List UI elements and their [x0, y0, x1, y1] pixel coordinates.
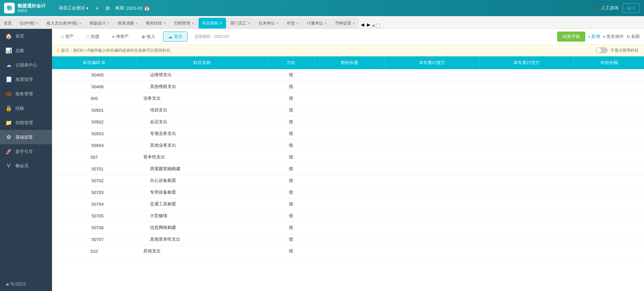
calculate-balance-button[interactable]: 试算平衡	[557, 32, 585, 42]
sidebar-item-invoice[interactable]: 🧾 发票管理	[0, 72, 52, 87]
tab-close-icon[interactable]: ✕	[36, 21, 39, 25]
table-row[interactable]: 50704交通工具购置借	[52, 198, 644, 210]
cell-ytd-credit	[479, 198, 574, 210]
ledger-icon: 📊	[5, 47, 12, 54]
table-row[interactable]: 50701房屋建筑物购建借	[52, 163, 644, 175]
table-row[interactable]: 50504其他业务支出借	[52, 140, 644, 151]
sidebar-label-settings: 基础设置	[15, 134, 33, 140]
cell-ytd-credit	[479, 93, 574, 104]
company-selector[interactable]: 基层工会测试 ▾	[59, 5, 89, 11]
sidebar-item-archive[interactable]: 📁 归档管理	[0, 115, 52, 130]
sidebar-item-guide[interactable]: 🚀 新手引导	[0, 144, 52, 159]
add-button[interactable]: + 新增	[588, 34, 600, 40]
table-row[interactable]: 50705大型修缮借	[52, 210, 644, 222]
tab-measure-unit[interactable]: 计量单位 ✕	[303, 18, 331, 29]
info-icon: ℹ	[57, 48, 59, 53]
cell-ytd-debit	[385, 210, 480, 222]
cell-ytd-credit	[479, 128, 574, 140]
sidebar-item-home[interactable]: 🏠 首页	[0, 29, 52, 43]
disable-subject-toggle[interactable]	[596, 47, 608, 53]
tab-prev-button[interactable]: ◀	[360, 21, 366, 29]
calendar-icon[interactable]: 📅	[144, 6, 150, 11]
cell-year-initial	[574, 93, 644, 104]
settings-button[interactable]: ⚙	[105, 5, 110, 11]
sub-tab-asset[interactable]: □ 资产	[56, 32, 79, 42]
refresh-button[interactable]: ↻ 刷新	[627, 34, 640, 40]
toggle-label: 不显示禁用科目	[610, 48, 639, 53]
tab-close-all-button[interactable]: ✕	[372, 23, 376, 29]
sidebar-item-cloud-report[interactable]: ☁ 云报表中心	[0, 58, 52, 72]
sub-tab-net-asset[interactable]: ≡ 净资产	[107, 32, 134, 42]
cell-ytd-debit	[385, 175, 480, 187]
tab-close-icon[interactable]: ✕	[220, 21, 222, 25]
table-row[interactable]: 50405运维维支出借	[52, 69, 644, 81]
cell-initial-balance	[314, 210, 385, 222]
table-row[interactable]: 50502会议支出借	[52, 116, 644, 128]
tab-interim[interactable]: 仅(中期) ✕	[16, 18, 42, 29]
table-row[interactable]: 50501培训支出借	[52, 104, 644, 116]
cell-year-initial	[574, 151, 644, 163]
table-container[interactable]: 科目编码 ⚙ 科目名称 方向 期初余额 本年累计借方 本年累计贷方 年初余额 5…	[52, 56, 644, 291]
cell-initial-balance	[314, 187, 385, 198]
tab-close-icon[interactable]: ✕	[276, 21, 279, 25]
sidebar-item-ledger[interactable]: 📊 总账	[0, 43, 52, 58]
sidebar-item-membership[interactable]: V 畅会员	[0, 159, 52, 173]
table-row[interactable]: 50503专项业务支出借	[52, 128, 644, 140]
tab-close-icon[interactable]: ✕	[163, 21, 166, 25]
tab-department[interactable]: 部门员工 ✕	[227, 18, 254, 29]
tab-close-icon[interactable]: ✕	[296, 21, 299, 25]
info-bar: ℹ 提示：按Ctrl＋F键并输入科目编码或者科目名称可以查找科目。 不显示禁用科…	[52, 45, 644, 56]
tab-home[interactable]: 首页	[0, 18, 15, 29]
tab-close-icon[interactable]: ✕	[248, 21, 251, 25]
cell-direction: 借	[268, 151, 314, 163]
sidebar-collapse-button[interactable]: ◀ 取消固定	[0, 277, 52, 291]
cell-ytd-credit	[479, 245, 574, 257]
tab-next-button[interactable]: ▶	[366, 21, 372, 29]
table-row[interactable]: 50707其他资本性支出借	[52, 234, 644, 245]
sub-tab-expenditure[interactable]: ☁ 支出	[163, 32, 187, 42]
tab-period-end[interactable]: 期末结转 ✕	[142, 18, 170, 29]
table-row[interactable]: 505业务支出借	[52, 93, 644, 104]
table-row[interactable]: 510其他支出借	[52, 245, 644, 257]
tab-close-icon[interactable]: ✕	[79, 21, 82, 25]
sidebar-label-membership: 畅会员	[15, 163, 29, 169]
sidebar-item-tax[interactable]: 💼 税务管理	[0, 87, 52, 101]
tab-close-icon[interactable]: ✕	[324, 21, 327, 25]
cell-ytd-credit	[479, 175, 574, 187]
account-badge[interactable]: 会计	[623, 3, 640, 13]
col-settings-icon[interactable]: ⚙	[101, 60, 105, 65]
cell-initial-balance	[314, 222, 385, 234]
table-row[interactable]: 50703专用设备购置借	[52, 187, 644, 198]
table-row[interactable]: 507资本性支出借	[52, 151, 644, 163]
help-button[interactable]: 🎧 人工咨询	[594, 5, 619, 11]
tab-annual-report[interactable]: 收入支出表(年报) ✕	[43, 18, 85, 29]
add-company-button[interactable]: ＋	[94, 4, 100, 12]
period-info: 账期 2023-03 📅	[115, 5, 150, 11]
tab-close-icon[interactable]: ✕	[353, 21, 355, 25]
tab-counterpart[interactable]: 往来单位 ✕	[255, 18, 282, 29]
cell-direction: 借	[268, 116, 314, 128]
sub-tab-income[interactable]: ⊕ 收入	[137, 32, 160, 42]
cell-direction: 借	[268, 128, 314, 140]
more-operations-button[interactable]: ≡ 更多操作	[603, 34, 624, 40]
sidebar-item-closing[interactable]: 🔒 结账	[0, 101, 52, 115]
sub-tab-liability[interactable]: □ 负债	[82, 32, 104, 42]
sidebar-item-settings[interactable]: ⚙ 基础设置	[0, 130, 52, 144]
table-row[interactable]: 50702办公设备购置借	[52, 175, 644, 187]
cell-direction: 借	[268, 81, 314, 93]
tab-template[interactable]: 模版设计 ✕	[86, 18, 113, 29]
tab-close-icon[interactable]: ✕	[135, 21, 138, 25]
tab-close-icon[interactable]: ✕	[192, 21, 194, 25]
app-edition: 旗舰版	[17, 8, 46, 13]
tab-subject-initial[interactable]: 科目期初 ✕	[199, 18, 226, 29]
table-row[interactable]: 50406其他维权支出借	[52, 81, 644, 93]
tab-currency[interactable]: 币种设置 ✕	[331, 18, 359, 29]
table-row[interactable]: 50706信息网络购建借	[52, 222, 644, 234]
cell-initial-balance	[314, 116, 385, 128]
tab-archive-mgmt[interactable]: 归档管理 ✕	[170, 18, 198, 29]
tab-close-icon[interactable]: ✕	[107, 21, 110, 25]
cell-name: 会议支出	[137, 116, 268, 128]
tab-expand-button[interactable]: ⛶	[376, 23, 380, 29]
tab-inventory[interactable]: 存货 ✕	[283, 18, 303, 29]
tab-tax-list[interactable]: 税表清册 ✕	[114, 18, 142, 29]
